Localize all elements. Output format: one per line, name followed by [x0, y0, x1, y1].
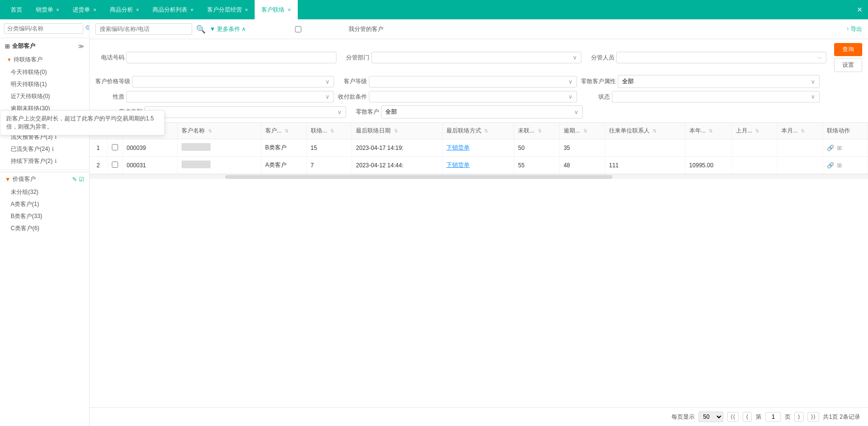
row-last-month — [731, 139, 777, 157]
gender-down-icon: ∨ — [325, 93, 330, 100]
action-link-icon[interactable]: 🔗 — [827, 162, 834, 169]
table-scroll-thumb[interactable] — [225, 175, 612, 179]
close-customer-layer-tab[interactable]: × — [245, 7, 248, 13]
row-customer-type: A类客户 — [261, 157, 306, 174]
sidebar-item-7days-contact[interactable]: 近7天待联络(0) — [0, 90, 89, 103]
nav-product-analysis[interactable]: 商品分析 × — [103, 0, 146, 19]
add-icon-value[interactable]: ☑ — [79, 176, 84, 183]
prev-page-button[interactable]: ⟨ — [743, 412, 752, 422]
nav-product-analysis-list[interactable]: 商品分析列表 × — [146, 0, 200, 19]
dept-select[interactable]: ∨ — [371, 52, 581, 63]
sidebar-item-tomorrow-contact[interactable]: 明天待联络(1) — [0, 78, 89, 90]
th-customer-type: 客户... ⇅ — [261, 123, 306, 139]
row-unreached: 55 — [514, 157, 560, 174]
pagination-bar: 每页显示 50 20 100 ⟨⟨ ⟨ 第 页 ⟩ ⟩⟩ 共1页 2条记录 — [90, 407, 868, 426]
my-customer-checkbox[interactable]: 我分管的客户 — [250, 25, 383, 33]
retail-attr-select[interactable]: 全部∨ — [618, 75, 820, 88]
retail-customer-select[interactable]: 全部∨ — [381, 105, 583, 118]
sidebar-search-input[interactable] — [4, 23, 83, 34]
row-checkbox[interactable] — [107, 139, 122, 157]
close-customer-contact-tab[interactable]: × — [288, 7, 290, 13]
row-last-contact-method[interactable]: 下销货单 — [442, 157, 514, 174]
sidebar-group-pending-contact[interactable]: ▼ 待联络客户 — [0, 53, 89, 66]
tooltip: 距客户上次交易时长，超过了此客户的平均交易周期的1.5倍，则视为异常。 — [90, 110, 165, 135]
close-sales-tab[interactable]: × — [56, 7, 59, 13]
close-purchase-tab[interactable]: × — [93, 7, 96, 13]
customer-level-down-icon: ∨ — [568, 78, 573, 85]
sidebar-item-class-c[interactable]: C类客户(6) — [0, 222, 89, 235]
next-page-button[interactable]: ⟩ — [794, 412, 804, 422]
sidebar-item-today-contact[interactable]: 今天待联络(0) — [0, 66, 89, 78]
sidebar-item-unclassified[interactable]: 未分组(32) — [0, 186, 89, 198]
row-last-contact-method[interactable]: 下销货单 — [442, 139, 514, 157]
row-checkbox[interactable] — [107, 157, 122, 174]
customer-level-select[interactable]: ∨ — [369, 76, 577, 88]
th-overdue: 逾期... ⇅ — [560, 123, 605, 139]
more-filter-button[interactable]: ▼ 更多条件 ∧ — [210, 25, 246, 33]
nav-purchase[interactable]: 进货单 × — [66, 0, 103, 19]
last-page-button[interactable]: ⟩⟩ — [807, 412, 819, 422]
sort-name-icon[interactable]: ⇅ — [208, 128, 212, 133]
sort-contact-icon[interactable]: ⇅ — [330, 128, 334, 133]
sort-overdue-icon[interactable]: ⇅ — [583, 128, 587, 133]
info-icon-churned[interactable]: ℹ — [52, 146, 54, 152]
sort-last-date-icon[interactable]: ⇅ — [394, 128, 398, 133]
total-info: 共1页 2条记录 — [823, 413, 860, 421]
sidebar: 🔍 ⊞ 全部客户 ≫ ▼ 待联络客户 今天待联络(0) 明天待联络(1) 近7天… — [0, 19, 90, 426]
table-scroll-bar[interactable] — [90, 174, 868, 179]
search-input[interactable] — [95, 23, 192, 35]
grid-icon: ⊞ — [5, 43, 10, 50]
price-level-down-icon: ∨ — [325, 78, 330, 85]
nav-sales[interactable]: 销货单 × — [29, 0, 66, 19]
price-level-select[interactable]: ∨ — [132, 76, 334, 88]
nav-home[interactable]: 首页 — [4, 0, 29, 19]
customer-level-label: 客户等级 — [338, 77, 367, 86]
action-grid-icon[interactable]: ⊞ — [837, 162, 842, 169]
close-product-analysis-list-tab[interactable]: × — [190, 7, 193, 13]
export-button[interactable]: ↑ 导出 — [846, 25, 862, 33]
setting-button[interactable]: 设置 — [834, 58, 862, 72]
first-page-button[interactable]: ⟨⟨ — [727, 412, 739, 422]
sidebar-search-icon[interactable]: 🔍 — [85, 25, 90, 32]
contact-method-link[interactable]: 下销货单 — [446, 162, 470, 168]
action-grid-icon[interactable]: ⊞ — [837, 145, 842, 151]
payment-select[interactable]: ∨ — [369, 91, 577, 103]
sort-this-year-icon[interactable]: ⇅ — [709, 128, 713, 133]
contact-method-link[interactable]: 下销货单 — [446, 144, 470, 151]
gender-select[interactable]: ∨ — [126, 91, 334, 103]
customer-type-select[interactable]: ∨ — [144, 106, 346, 118]
dept-down-icon: ∨ — [573, 54, 577, 61]
my-customer-cb[interactable] — [250, 26, 347, 32]
info-icon-declining[interactable]: ℹ — [55, 158, 57, 164]
query-button[interactable]: 查询 — [834, 43, 862, 56]
sidebar-item-class-a[interactable]: A类客户(1) — [0, 198, 89, 210]
sidebar-item-class-b[interactable]: B类客户(33) — [0, 210, 89, 222]
action-link-icon[interactable]: 🔗 — [827, 145, 834, 151]
close-all-tabs[interactable]: × — [857, 5, 862, 15]
sort-method-icon[interactable]: ⇅ — [484, 128, 488, 133]
manager-select[interactable]: ··· — [616, 52, 826, 63]
th-this-year-label: 本年... — [689, 127, 706, 134]
sort-last-month-icon[interactable]: ⇅ — [755, 128, 759, 133]
sort-unreached-icon[interactable]: ⇅ — [538, 128, 542, 133]
sidebar-item-declining[interactable]: 持续下滑客户(2) ℹ — [0, 155, 89, 167]
edit-icon-value[interactable]: ✎ — [72, 176, 77, 183]
search-button[interactable]: 🔍 — [196, 25, 206, 34]
sort-contact-person-icon[interactable]: ⇅ — [653, 128, 656, 133]
page-input[interactable] — [765, 412, 781, 422]
close-product-analysis-tab[interactable]: × — [136, 7, 139, 13]
sidebar-all-customers[interactable]: ⊞ 全部客户 ≫ — [0, 38, 89, 53]
dept-field: 分管部门 ∨ — [340, 52, 581, 63]
nav-customer-contact[interactable]: 客户联络 × — [255, 0, 297, 19]
retail-customer-down-icon: ∨ — [574, 109, 579, 116]
sort-customer-type-icon[interactable]: ⇅ — [285, 128, 289, 133]
phone-input[interactable] — [126, 52, 336, 63]
per-page-select[interactable]: 50 20 100 — [699, 411, 723, 422]
sidebar-collapse-btn[interactable]: ≫ — [78, 43, 84, 50]
sidebar-item-churned[interactable]: 已流失客户(24) ℹ — [0, 143, 89, 155]
sort-this-month-icon[interactable]: ⇅ — [801, 128, 805, 133]
nav-customer-layer[interactable]: 客户分层经营 × — [200, 0, 255, 19]
sidebar-value-customer-group[interactable]: ▼ 价值客户 ✎ ☑ — [0, 172, 89, 186]
filter-row-4: ··· 客户类型 ∨ 零散客户 全部∨ — [95, 105, 862, 118]
status-select[interactable]: ∨ — [612, 91, 820, 103]
